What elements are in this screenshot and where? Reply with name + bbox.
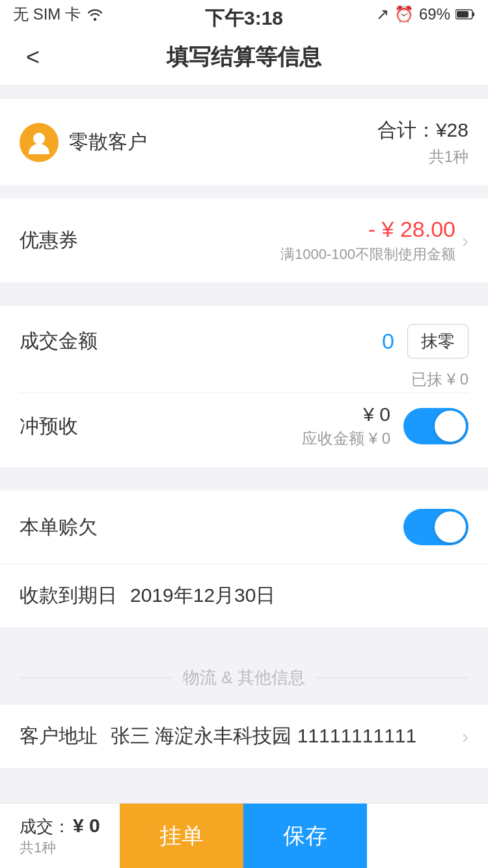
toggle-knob xyxy=(435,411,466,442)
location-icon: ↗ xyxy=(376,5,389,23)
logistics-section: 物流 & 其他信息 xyxy=(0,651,488,705)
hang-button[interactable]: 挂单 xyxy=(120,804,243,868)
battery-icon xyxy=(455,8,475,20)
back-button[interactable]: < xyxy=(20,37,46,77)
svg-rect-2 xyxy=(457,11,468,18)
prereceive-amount: ¥ 0 xyxy=(302,403,390,426)
address-value: 张三 海淀永丰科技园 11111111111 xyxy=(111,723,462,750)
customer-name: 零散客户 xyxy=(69,129,147,156)
deal-section: 成交金额 0 抹零 已抹 ¥ 0 冲预收 ¥ 0 应收金额 ¥ 0 xyxy=(0,306,488,467)
logistics-label: 物流 & 其他信息 xyxy=(183,666,305,689)
bottom-deal-block: 成交： ¥ 0 共1种 xyxy=(20,815,100,858)
carrier-label: 无 SIM 卡 xyxy=(13,4,81,25)
prereceive-amount-block: ¥ 0 应收金额 ¥ 0 xyxy=(302,403,390,449)
address-label: 客户地址 xyxy=(20,723,98,750)
address-section[interactable]: 客户地址 张三 海淀永丰科技园 11111111111 › xyxy=(0,705,488,768)
customer-section: 零散客户 合计：¥28 共1种 xyxy=(0,99,488,185)
prereceive-right: ¥ 0 应收金额 ¥ 0 xyxy=(302,403,468,449)
logistics-line-left xyxy=(20,677,172,678)
divider-2 xyxy=(0,467,488,478)
bottom-bar: 成交： ¥ 0 共1种 挂单 保存 xyxy=(0,803,488,868)
prereceive-label: 冲预收 xyxy=(20,413,78,440)
logistics-line-right xyxy=(316,677,468,678)
due-date-section: 收款到期日 2019年12月30日 xyxy=(0,563,488,627)
customer-left: 零散客户 xyxy=(20,123,147,162)
round-zero-button[interactable]: 抹零 xyxy=(407,324,468,359)
divider-1 xyxy=(0,282,488,293)
divider-3 xyxy=(0,627,488,638)
coupon-label: 优惠券 xyxy=(20,227,78,254)
nav-bar: < 填写结算等信息 xyxy=(0,29,488,86)
prereceive-toggle[interactable] xyxy=(403,408,468,444)
battery-level: 69% xyxy=(419,5,450,23)
bottom-info: 成交： ¥ 0 共1种 xyxy=(0,804,120,868)
user-icon xyxy=(26,129,52,156)
logistics-divider: 物流 & 其他信息 xyxy=(20,666,468,689)
wifi-icon xyxy=(86,8,104,21)
nav-title: 填写结算等信息 xyxy=(167,42,321,72)
status-left: 无 SIM 卡 xyxy=(13,4,104,25)
deal-right: 0 抹零 xyxy=(382,324,468,359)
content: 零散客户 合计：¥28 共1种 优惠券 - ¥ 28.00 满1000-100不… xyxy=(0,99,488,846)
chevron-right-icon: › xyxy=(462,230,468,252)
status-right: ↗ ⏰ 69% xyxy=(376,5,475,23)
coupon-info: - ¥ 28.00 满1000-100不限制使用金额 xyxy=(280,217,455,264)
svg-point-3 xyxy=(33,133,45,144)
bottom-deal-amount: ¥ 0 xyxy=(73,815,100,837)
coupon-right: - ¥ 28.00 满1000-100不限制使用金额 › xyxy=(280,217,468,264)
bottom-count: 共1种 xyxy=(20,838,100,858)
debt-section: 本单赊欠 xyxy=(0,491,488,563)
coupon-desc: 满1000-100不限制使用金额 xyxy=(280,245,455,264)
debt-toggle-knob xyxy=(435,511,466,543)
deal-sub: 已抹 ¥ 0 xyxy=(20,369,468,390)
coupon-discount: - ¥ 28.00 xyxy=(280,217,455,242)
status-time: 下午3:18 xyxy=(205,5,283,32)
deal-amount: 0 xyxy=(382,329,394,354)
deal-label: 成交金额 xyxy=(20,328,98,355)
total-amount: 合计：¥28 xyxy=(377,117,468,144)
coupon-section[interactable]: 优惠券 - ¥ 28.00 满1000-100不限制使用金额 › xyxy=(0,198,488,282)
svg-rect-1 xyxy=(472,12,474,16)
bottom-deal-label: 成交： xyxy=(20,815,70,838)
save-button[interactable]: 保存 xyxy=(243,804,367,868)
debt-label: 本单赊欠 xyxy=(20,514,98,541)
status-bar: 无 SIM 卡 下午3:18 ↗ ⏰ 69% xyxy=(0,0,488,29)
address-chevron-icon: › xyxy=(462,726,468,748)
prereceive-row: 冲预收 ¥ 0 应收金额 ¥ 0 xyxy=(20,392,468,449)
due-date-row: 收款到期日 2019年12月30日 xyxy=(20,582,468,609)
total-count: 共1种 xyxy=(377,146,468,167)
due-date-value: 2019年12月30日 xyxy=(130,582,275,609)
due-date-label: 收款到期日 xyxy=(20,582,117,609)
customer-avatar xyxy=(20,123,59,162)
customer-total: 合计：¥28 共1种 xyxy=(377,117,468,167)
deal-row: 成交金额 0 抹零 xyxy=(20,324,468,359)
alarm-icon: ⏰ xyxy=(394,5,414,23)
debt-toggle[interactable] xyxy=(403,509,468,545)
prereceive-sub: 应收金额 ¥ 0 xyxy=(302,428,390,449)
